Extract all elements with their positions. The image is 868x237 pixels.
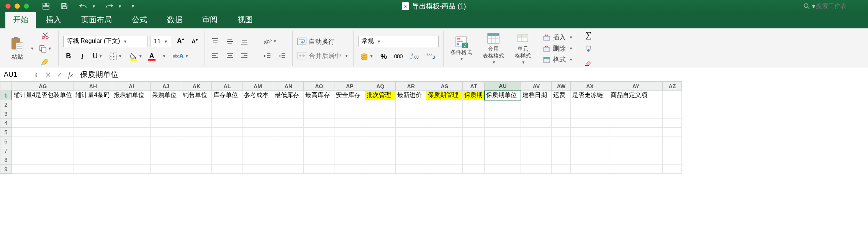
cell[interactable]	[426, 146, 463, 155]
cell[interactable]	[609, 155, 663, 165]
currency-icon[interactable]: ▼	[358, 51, 375, 62]
column-header[interactable]: AI	[112, 82, 151, 91]
row-header[interactable]: 4	[0, 118, 12, 128]
cell[interactable]: 是否走冻链	[571, 91, 609, 100]
redo-dropdown-icon[interactable]: ▼	[118, 4, 122, 8]
cell[interactable]	[334, 128, 365, 137]
cell[interactable]	[485, 146, 521, 155]
cell[interactable]	[552, 155, 571, 165]
cell[interactable]: 批次管理	[365, 91, 396, 100]
cell[interactable]	[334, 165, 365, 174]
cell[interactable]	[663, 109, 682, 118]
cell[interactable]	[181, 165, 212, 174]
cell[interactable]: 参考成本	[242, 91, 273, 100]
cell[interactable]: 辅计量4是否包装单位	[12, 91, 74, 100]
cell[interactable]	[12, 118, 74, 128]
cell[interactable]	[151, 109, 181, 118]
border-button[interactable]: ▼	[108, 51, 124, 62]
cell[interactable]	[181, 118, 212, 128]
cell[interactable]	[521, 109, 552, 118]
cell[interactable]	[396, 109, 426, 118]
cell[interactable]	[609, 165, 663, 174]
cell[interactable]	[74, 137, 112, 146]
cell[interactable]	[112, 128, 151, 137]
cell[interactable]: 保质期	[463, 91, 485, 100]
column-header[interactable]: AY	[609, 82, 663, 91]
orientation-icon[interactable]: ab▼	[262, 36, 279, 47]
confirm-icon[interactable]: ✓	[54, 71, 65, 79]
cell[interactable]	[485, 155, 521, 165]
cell[interactable]	[242, 109, 273, 118]
fill-icon[interactable]	[583, 43, 595, 54]
cell[interactable]	[426, 155, 463, 165]
cell[interactable]	[571, 128, 609, 137]
cell[interactable]	[396, 128, 426, 137]
column-header[interactable]: AK	[181, 82, 212, 91]
cell[interactable]	[304, 155, 334, 165]
cell[interactable]	[571, 109, 609, 118]
cell[interactable]	[304, 109, 334, 118]
tab-data[interactable]: 数据	[159, 11, 190, 28]
cell[interactable]	[463, 100, 485, 109]
cell[interactable]	[396, 165, 426, 174]
cell[interactable]: 最高库存	[304, 91, 334, 100]
column-header[interactable]: AT	[463, 82, 485, 91]
cell[interactable]	[426, 100, 463, 109]
align-bottom-icon[interactable]	[239, 36, 250, 47]
cell[interactable]	[485, 165, 521, 174]
cell[interactable]	[334, 118, 365, 128]
cell[interactable]	[242, 137, 273, 146]
column-header[interactable]: AH	[74, 82, 112, 91]
cell[interactable]	[181, 128, 212, 137]
row-header[interactable]: 7	[0, 146, 12, 155]
cell[interactable]: 保质期单位	[485, 91, 521, 100]
cell[interactable]	[151, 118, 181, 128]
cell[interactable]	[74, 165, 112, 174]
row-header[interactable]: 9	[0, 165, 12, 174]
cell[interactable]	[609, 146, 663, 155]
cell[interactable]	[212, 109, 242, 118]
cell[interactable]	[396, 118, 426, 128]
cell[interactable]	[365, 128, 396, 137]
cell[interactable]	[212, 128, 242, 137]
align-right-icon[interactable]	[239, 51, 250, 61]
cell[interactable]	[663, 128, 682, 137]
font-size-select[interactable]: 11▼	[151, 36, 172, 47]
align-top-icon[interactable]	[210, 36, 221, 47]
cell[interactable]	[609, 118, 663, 128]
column-header[interactable]: AN	[273, 82, 304, 91]
cell[interactable]	[426, 165, 463, 174]
cell[interactable]	[334, 100, 365, 109]
cell[interactable]	[663, 91, 682, 100]
cell[interactable]	[552, 100, 571, 109]
cell[interactable]	[571, 146, 609, 155]
increase-font-icon[interactable]: A▴	[175, 36, 186, 47]
cell[interactable]	[521, 165, 552, 174]
cell[interactable]	[334, 137, 365, 146]
formula-input[interactable]: 保质期单位	[76, 69, 868, 80]
cell[interactable]	[304, 165, 334, 174]
cell[interactable]	[242, 100, 273, 109]
cell[interactable]	[74, 100, 112, 109]
cell[interactable]	[242, 146, 273, 155]
column-header[interactable]: AJ	[151, 82, 181, 91]
cell[interactable]	[663, 146, 682, 155]
cell[interactable]	[463, 128, 485, 137]
cell[interactable]	[521, 146, 552, 155]
row-header[interactable]: 3	[0, 109, 12, 118]
row-header[interactable]: 2	[0, 100, 12, 109]
insert-cells-button[interactable]: 插入▼	[543, 33, 573, 42]
cell[interactable]	[521, 118, 552, 128]
cell[interactable]	[463, 155, 485, 165]
decrease-decimal-icon[interactable]: .00.0	[424, 51, 438, 62]
cell[interactable]	[151, 137, 181, 146]
percent-icon[interactable]: %	[378, 51, 389, 62]
cell[interactable]	[273, 100, 304, 109]
font-name-select[interactable]: 等线 Regular (正文)▼	[63, 36, 147, 47]
redo-icon[interactable]	[103, 1, 115, 12]
cell[interactable]	[12, 137, 74, 146]
fill-color-button[interactable]: ▼	[127, 51, 144, 62]
column-header[interactable]: AZ	[663, 82, 682, 91]
decrease-font-icon[interactable]: A▾	[189, 36, 200, 47]
column-header[interactable]: AM	[242, 82, 273, 91]
